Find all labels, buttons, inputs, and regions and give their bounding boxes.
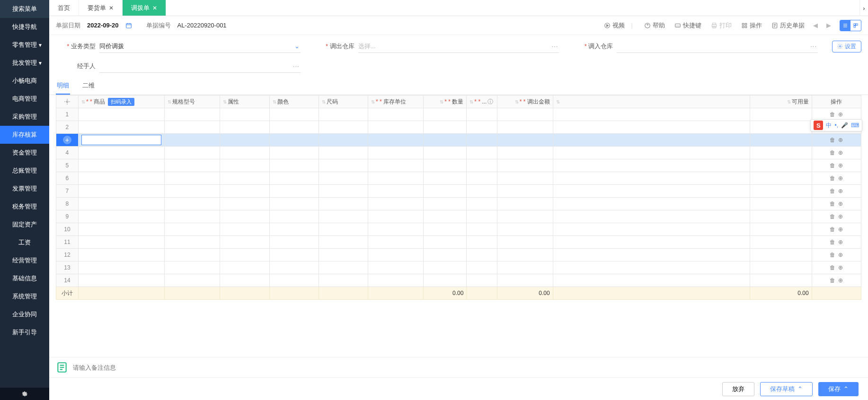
input-business-type[interactable]: 同价调拨 ⌄ xyxy=(99,40,301,53)
discard-button[interactable]: 放弃 xyxy=(722,382,754,396)
copy-icon[interactable]: ⊕ xyxy=(838,277,843,284)
col-price[interactable]: ⇅* ...ⓘ xyxy=(467,96,497,108)
table-row[interactable]: 13🗑⊕ xyxy=(56,261,861,274)
shortcut-button[interactable]: 快捷键 xyxy=(674,21,701,30)
tab-detail[interactable]: 明细 xyxy=(56,78,70,95)
sidebar-item-总账管理[interactable]: 总账管理 xyxy=(0,162,49,180)
info-icon[interactable]: ⓘ xyxy=(487,98,493,105)
table-row[interactable]: 10🗑⊕ xyxy=(56,223,861,236)
delete-icon[interactable]: 🗑 xyxy=(830,277,835,284)
copy-icon[interactable]: ⊕ xyxy=(838,252,843,258)
delete-icon[interactable]: 🗑 xyxy=(830,149,835,156)
col-qty[interactable]: ⇅* 数量 xyxy=(424,96,467,108)
col-product[interactable]: ⇅* 商品扫码录入 xyxy=(78,96,164,108)
sidebar-item-搜索菜单[interactable]: 搜索菜单 xyxy=(0,0,49,18)
sidebar-item-系统管理[interactable]: 系统管理 xyxy=(0,287,49,305)
sidebar-item-库存核算[interactable]: 库存核算 xyxy=(0,126,49,144)
sidebar-settings[interactable] xyxy=(0,388,49,400)
delete-icon[interactable]: 🗑 xyxy=(830,252,835,258)
tab-首页[interactable]: 首页 xyxy=(49,0,79,16)
copy-icon[interactable]: ⊕ xyxy=(838,239,843,245)
settings-button[interactable]: 设置 xyxy=(832,41,861,52)
table-row[interactable]: +🗑⊕ xyxy=(56,134,861,147)
copy-icon[interactable]: ⊕ xyxy=(838,175,843,182)
tab-调拨单[interactable]: 调拨单✕ xyxy=(123,0,166,16)
sidebar-item-快捷导航[interactable]: 快捷导航 xyxy=(0,18,49,36)
col-op[interactable]: 操作 xyxy=(812,96,861,108)
delete-icon[interactable]: 🗑 xyxy=(830,111,835,118)
delete-icon[interactable]: 🗑 xyxy=(830,239,835,245)
sidebar-item-基础信息[interactable]: 基础信息 xyxy=(0,270,49,287)
col-gear[interactable] xyxy=(56,96,79,108)
save-draft-button[interactable]: 保存草稿⌃ xyxy=(760,382,813,396)
sidebar-item-零售管理[interactable]: 零售管理▼ xyxy=(0,36,49,54)
remark-input[interactable] xyxy=(73,364,861,371)
copy-icon[interactable]: ⊕ xyxy=(838,137,843,143)
delete-icon[interactable]: 🗑 xyxy=(830,175,835,182)
col-unit[interactable]: ⇅* 库存单位 xyxy=(368,96,423,108)
view-card[interactable] xyxy=(850,20,861,31)
table-row[interactable]: 12🗑⊕ xyxy=(56,249,861,261)
delete-icon[interactable]: 🗑 xyxy=(830,137,835,143)
sidebar-item-经营管理[interactable]: 经营管理 xyxy=(0,252,49,270)
view-list[interactable] xyxy=(840,20,850,31)
help-button[interactable]: 帮助 xyxy=(644,21,665,30)
next-doc[interactable]: ▶ xyxy=(826,22,831,29)
delete-icon[interactable]: 🗑 xyxy=(830,264,835,271)
product-input[interactable] xyxy=(81,135,161,145)
video-button[interactable]: 视频 xyxy=(604,21,625,30)
table-row[interactable]: 7🗑⊕ xyxy=(56,185,861,198)
delete-icon[interactable]: 🗑 xyxy=(830,188,835,194)
copy-icon[interactable]: ⊕ xyxy=(838,188,843,194)
sidebar-item-企业协同[interactable]: 企业协同 xyxy=(0,305,49,323)
prev-doc[interactable]: ◀ xyxy=(813,22,818,29)
copy-icon[interactable]: ⊕ xyxy=(838,264,843,271)
tab-matrix[interactable]: 二维 xyxy=(81,78,96,95)
col-spec[interactable]: ⇅规格型号 xyxy=(165,96,220,108)
sidebar-item-工资[interactable]: 工资 xyxy=(0,234,49,252)
tabs-next[interactable]: › xyxy=(859,0,868,16)
history-button[interactable]: 历史单据 xyxy=(771,21,805,30)
table-row[interactable]: 2🗑⊕ xyxy=(56,121,861,134)
sidebar-item-电商管理[interactable]: 电商管理 xyxy=(0,90,49,108)
delete-icon[interactable]: 🗑 xyxy=(830,162,835,169)
calendar-icon[interactable] xyxy=(125,22,132,29)
table-row[interactable]: 9🗑⊕ xyxy=(56,210,861,223)
input-in-warehouse[interactable]: ··· xyxy=(617,40,818,53)
col-size[interactable]: ⇅尺码 xyxy=(319,96,368,108)
copy-icon[interactable]: ⊕ xyxy=(838,226,843,233)
input-out-warehouse[interactable]: 选择... ··· xyxy=(358,40,559,53)
copy-icon[interactable]: ⊕ xyxy=(838,149,843,156)
table-row[interactable]: 5🗑⊕ xyxy=(56,159,861,172)
table-row[interactable]: 1🗑⊕ xyxy=(56,108,861,121)
col-attr[interactable]: ⇅属性 xyxy=(220,96,269,108)
copy-icon[interactable]: ⊕ xyxy=(838,111,843,118)
save-button[interactable]: 保存⌃ xyxy=(818,382,859,396)
input-handler[interactable]: ··· xyxy=(99,60,301,73)
sidebar-item-固定资产[interactable]: 固定资产 xyxy=(0,216,49,234)
sidebar-item-新手引导[interactable]: 新手引导 xyxy=(0,323,49,341)
copy-icon[interactable]: ⊕ xyxy=(838,213,843,220)
sidebar-item-资金管理[interactable]: 资金管理 xyxy=(0,144,49,162)
print-button[interactable]: 打印 xyxy=(711,21,732,30)
copy-icon[interactable]: ⊕ xyxy=(838,162,843,169)
date-value[interactable]: 2022-09-20 xyxy=(87,22,119,29)
col-color[interactable]: ⇅颜色 xyxy=(269,96,319,108)
col-blank[interactable]: ⇅ xyxy=(553,96,750,108)
delete-icon[interactable]: 🗑 xyxy=(830,200,835,207)
table-row[interactable]: 4🗑⊕ xyxy=(56,147,861,159)
sidebar-item-发票管理[interactable]: 发票管理 xyxy=(0,180,49,198)
operate-button[interactable]: 操作 xyxy=(741,21,762,30)
delete-icon[interactable]: 🗑 xyxy=(830,226,835,233)
sidebar-item-批发管理[interactable]: 批发管理▼ xyxy=(0,54,49,72)
add-row-icon[interactable]: + xyxy=(63,136,71,144)
sidebar-item-税务管理[interactable]: 税务管理 xyxy=(0,198,49,216)
table-row[interactable]: 8🗑⊕ xyxy=(56,198,861,210)
col-avail[interactable]: ⇅可用量 xyxy=(750,96,812,108)
tab-要货单[interactable]: 要货单✕ xyxy=(79,0,123,16)
table-row[interactable]: 6🗑⊕ xyxy=(56,172,861,185)
close-icon[interactable]: ✕ xyxy=(109,5,114,11)
sidebar-item-采购管理[interactable]: 采购管理 xyxy=(0,108,49,126)
col-amount[interactable]: ⇅* 调出金额 xyxy=(497,96,553,108)
sidebar-item-小畅电商[interactable]: 小畅电商 xyxy=(0,72,49,90)
